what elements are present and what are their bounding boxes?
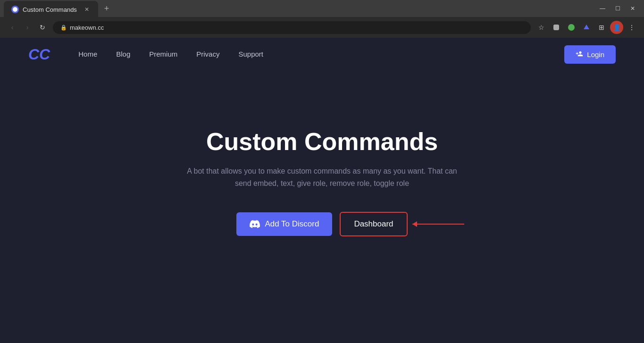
close-button[interactable]: ✕ [629, 5, 636, 12]
svg-point-2 [568, 24, 575, 31]
hero-buttons: Add To Discord Dashboard [236, 212, 407, 236]
address-bar[interactable]: 🔒 makeown.cc [53, 21, 531, 34]
extension3-button[interactable] [580, 21, 593, 34]
arrow-line [412, 224, 464, 225]
hero-title: Custom Commands [206, 127, 438, 156]
site-logo[interactable]: CC [28, 46, 50, 63]
address-bar-row: ‹ › ↻ 🔒 makeown.cc ☆ [0, 17, 644, 38]
bookmark-button[interactable]: ☆ [535, 21, 548, 34]
lock-icon: 🔒 [60, 25, 67, 31]
browser-actions: ☆ ⊞ 👤 ⋮ [535, 21, 638, 34]
person-add-icon [576, 50, 583, 59]
nav-privacy[interactable]: Privacy [196, 50, 219, 58]
hero-section: Custom Commands A bot that allows you to… [0, 71, 644, 274]
discord-icon [250, 219, 260, 229]
minimize-button[interactable]: — [599, 5, 606, 12]
tab-close-button[interactable]: ✕ [83, 6, 91, 13]
hero-subtitle: A bot that allows you to make custom com… [181, 165, 464, 189]
tab-favicon [11, 6, 19, 13]
address-text: makeown.cc [70, 24, 104, 31]
window-controls: — ☐ ✕ [599, 5, 640, 12]
nav-premium[interactable]: Premium [149, 50, 177, 58]
navbar: CC Home Blog Premium Privacy Support Log… [0, 38, 644, 71]
browser-chrome: Custom Commands ✕ + — ☐ ✕ ‹ › ↻ 🔒 makeow… [0, 0, 644, 38]
dashboard-label: Dashboard [354, 219, 393, 228]
new-tab-button[interactable]: + [100, 2, 113, 15]
extension1-button[interactable] [550, 21, 563, 34]
arrow-annotation [412, 224, 464, 225]
nav-blog[interactable]: Blog [116, 50, 130, 58]
browser-titlebar: Custom Commands ✕ + — ☐ ✕ [0, 0, 644, 17]
active-tab[interactable]: Custom Commands ✕ [4, 1, 98, 18]
add-discord-label: Add To Discord [265, 219, 319, 229]
login-label: Login [587, 50, 604, 59]
profile-avatar[interactable]: 👤 [610, 21, 623, 34]
back-button[interactable]: ‹ [6, 21, 19, 34]
forward-button[interactable]: › [21, 21, 34, 34]
menu-button[interactable]: ⋮ [625, 21, 638, 34]
tab-title: Custom Commands [23, 6, 77, 13]
maximize-button[interactable]: ☐ [614, 5, 621, 12]
refresh-button[interactable]: ↻ [36, 21, 49, 34]
nav-support[interactable]: Support [238, 50, 263, 58]
page-content: CC Home Blog Premium Privacy Support Log… [0, 38, 644, 343]
extension2-button[interactable] [565, 21, 578, 34]
extensions-button[interactable]: ⊞ [595, 21, 608, 34]
login-button[interactable]: Login [564, 45, 616, 64]
svg-point-0 [13, 7, 17, 12]
add-to-discord-button[interactable]: Add To Discord [236, 212, 332, 236]
nav-buttons: ‹ › ↻ [6, 21, 49, 34]
nav-home[interactable]: Home [78, 50, 97, 58]
nav-links: Home Blog Premium Privacy Support [78, 50, 564, 59]
dashboard-button[interactable]: Dashboard [340, 212, 407, 236]
svg-rect-1 [553, 25, 559, 30]
